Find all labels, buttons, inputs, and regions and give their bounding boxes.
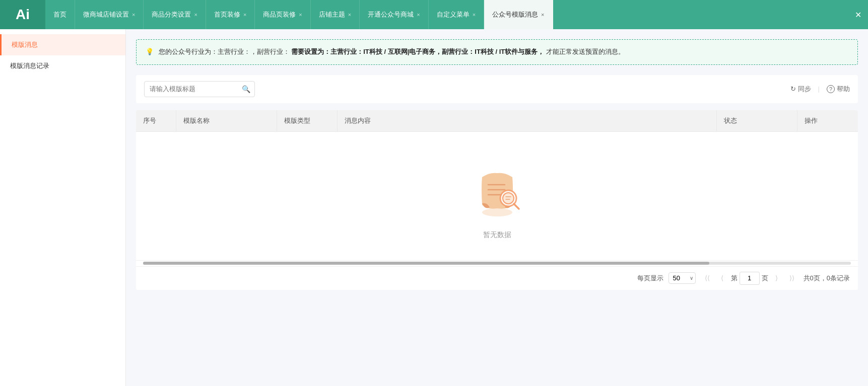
top-nav: Ai 首页微商城店铺设置×商品分类设置×首页装修×商品页装修×店铺主题×开通公众… <box>0 0 868 29</box>
table-wrapper: 序号模版名称模版类型消息内容状态操作 <box>136 110 858 290</box>
nav-tab-close-template-msg[interactable]: × <box>541 12 544 18</box>
svg-line-6 <box>514 204 519 209</box>
empty-text: 暂无数据 <box>483 230 511 240</box>
nav-tab-home-decor[interactable]: 首页装修× <box>206 0 255 29</box>
first-page-button[interactable]: ⟨⟨ <box>701 272 714 285</box>
logo-text: Ai <box>16 7 30 23</box>
empty-illustration <box>467 162 527 222</box>
th-status: 状态 <box>717 110 797 131</box>
notice-suffix: 才能正常发送预置的消息。 <box>546 48 625 55</box>
sync-button[interactable]: ↻ 同步 <box>790 85 811 94</box>
th-action: 操作 <box>797 110 858 131</box>
pagination-area: 每页显示 50 10 20 100 ⟨⟨ ⟨ 第 页 ⟩ ⟩⟩ <box>136 266 858 290</box>
nav-tab-close-product-decor[interactable]: × <box>299 12 302 18</box>
sidebar-item-template-records[interactable]: 模版消息记录 <box>0 55 125 76</box>
pagination-nav: ⟨⟨ ⟨ 第 页 ⟩ ⟩⟩ <box>701 272 798 285</box>
main-layout: 模版消息模版消息记录 💡 您的公众号行业为：主营行业：，副营行业： 需要设置为：… <box>0 29 868 386</box>
page-label-prefix: 第 <box>731 274 738 283</box>
page-size-label: 每页显示 <box>637 274 663 283</box>
sync-label: 同步 <box>798 85 811 94</box>
nav-tab-close-home-decor[interactable]: × <box>243 12 246 18</box>
nav-tab-product-category[interactable]: 商品分类设置× <box>144 0 206 29</box>
next-page-button[interactable]: ⟩ <box>770 272 783 285</box>
nav-tab-shop-theme[interactable]: 店铺主题× <box>311 0 360 29</box>
search-right: ↻ 同步 | ? 帮助 <box>790 85 850 94</box>
nav-tab-close-product-category[interactable]: × <box>194 12 197 18</box>
notice-prefix: 您的公众号行业为：主营行业：，副营行业： <box>159 48 290 55</box>
sidebar-item-template-msg[interactable]: 模版消息 <box>0 34 125 55</box>
content-area: 💡 您的公众号行业为：主营行业：，副营行业： 需要设置为：主营行业：IT科技 /… <box>126 29 868 386</box>
svg-point-0 <box>482 208 512 216</box>
prev-page-button[interactable]: ⟨ <box>716 272 729 285</box>
nav-tab-open-mall[interactable]: 开通公众号商城× <box>360 0 428 29</box>
help-circle-icon: ? <box>827 85 835 93</box>
th-index: 序号 <box>136 110 176 131</box>
nav-tab-close-micro-shop[interactable]: × <box>132 12 135 18</box>
scrollbar-area[interactable] <box>136 260 858 266</box>
th-type: 模版类型 <box>277 110 338 131</box>
page-size-wrap: 50 10 20 100 <box>669 272 696 284</box>
table-header: 序号模版名称模版类型消息内容状态操作 <box>136 110 858 132</box>
page-number-input[interactable] <box>740 272 760 285</box>
help-button[interactable]: ? 帮助 <box>827 85 850 94</box>
th-content: 消息内容 <box>338 110 717 131</box>
lightbulb-icon: 💡 <box>146 48 154 55</box>
nav-tab-close-custom-menu[interactable]: × <box>473 12 476 18</box>
last-page-button[interactable]: ⟩⟩ <box>785 272 798 285</box>
search-area: 🔍 ↻ 同步 | ? 帮助 <box>136 75 858 103</box>
logo: Ai <box>0 0 45 29</box>
nav-tab-custom-menu[interactable]: 自定义菜单× <box>429 0 484 29</box>
notice-highlight: 需要设置为：主营行业：IT科技 / 互联网|电子商务，副营行业：IT科技 / I… <box>291 48 544 55</box>
divider: | <box>818 85 820 93</box>
search-left: 🔍 <box>144 81 250 97</box>
nav-tabs: 首页微商城店铺设置×商品分类设置×首页装修×商品页装修×店铺主题×开通公众号商城… <box>45 0 848 29</box>
notice-box: 💡 您的公众号行业为：主营行业：，副营行业： 需要设置为：主营行业：IT科技 /… <box>136 39 858 65</box>
search-input[interactable] <box>144 81 255 97</box>
close-all-button[interactable]: ✕ <box>848 0 868 29</box>
sync-icon: ↻ <box>790 85 796 93</box>
search-icon[interactable]: 🔍 <box>242 85 250 93</box>
scrollbar-track <box>143 262 851 265</box>
nav-tab-product-decor[interactable]: 商品页装修× <box>255 0 310 29</box>
nav-tab-home[interactable]: 首页 <box>45 0 75 29</box>
nav-tab-micro-shop[interactable]: 微商城店铺设置× <box>75 0 144 29</box>
nav-tab-close-shop-theme[interactable]: × <box>348 12 351 18</box>
nav-tab-template-msg[interactable]: 公众号模版消息× <box>484 0 553 29</box>
page-size-select[interactable]: 50 10 20 100 <box>669 272 696 284</box>
page-total-text: 共0页，0条记录 <box>804 274 850 283</box>
help-label: 帮助 <box>837 85 850 94</box>
page-label-suffix: 页 <box>762 274 768 283</box>
th-name: 模版名称 <box>176 110 277 131</box>
sidebar: 模版消息模版消息记录 <box>0 29 126 386</box>
svg-point-5 <box>503 193 514 204</box>
empty-state: 暂无数据 <box>136 132 858 260</box>
scrollbar-thumb <box>143 262 709 265</box>
nav-tab-close-open-mall[interactable]: × <box>417 12 420 18</box>
